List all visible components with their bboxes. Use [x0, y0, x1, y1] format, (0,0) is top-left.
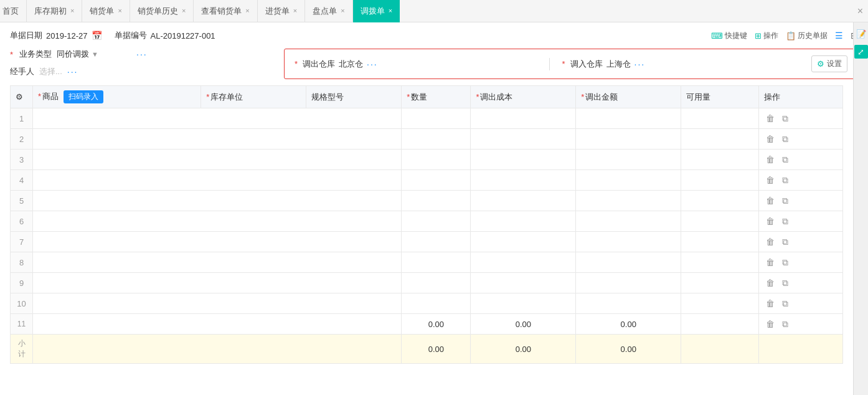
row-quantity[interactable] [402, 252, 471, 273]
handler-select[interactable]: 选择... [39, 66, 62, 77]
row-quantity[interactable] [402, 273, 471, 293]
history-button[interactable]: 📋 历史单据 [786, 31, 828, 41]
row-product[interactable] [33, 252, 402, 273]
row-available[interactable] [681, 108, 758, 129]
transfer-in-value[interactable]: 上海仓 [606, 59, 631, 70]
copy-icon[interactable]: ⧉ [779, 112, 791, 125]
calendar-icon[interactable]: 📅 [92, 31, 102, 40]
transfer-out-value[interactable]: 北京仓 [339, 59, 363, 70]
tab-purchase-order[interactable]: 进货单 × [258, 0, 305, 22]
row-available[interactable] [681, 150, 758, 170]
row-transfer-cost[interactable] [471, 293, 576, 314]
row-product[interactable] [33, 293, 402, 314]
transfer-out-more-button[interactable]: ··· [367, 59, 378, 69]
shortcut-key-button[interactable]: ⌨ 快捷键 [711, 31, 747, 41]
tab-sales-history[interactable]: 销货单历史 × [130, 0, 194, 22]
delete-icon[interactable]: 🗑 [764, 174, 776, 186]
row-transfer-amount[interactable] [576, 293, 681, 314]
row-product[interactable] [33, 150, 402, 170]
row-available[interactable] [681, 293, 758, 314]
window-close-button[interactable]: × [857, 6, 863, 17]
row-transfer-amount[interactable] [576, 191, 681, 211]
row-available[interactable] [681, 211, 758, 232]
business-type-more-button[interactable]: ··· [136, 49, 148, 59]
delete-icon[interactable]: 🗑 [764, 215, 776, 227]
tab-close-purchase-order[interactable]: × [293, 7, 297, 14]
delete-icon[interactable]: 🗑 [764, 297, 776, 310]
tab-close-view-sales[interactable]: × [245, 7, 249, 14]
handler-more-button[interactable]: ··· [67, 67, 78, 77]
row-available[interactable] [681, 129, 758, 150]
business-type-select[interactable]: 同价调拨 ▼ [57, 49, 131, 60]
row-quantity[interactable] [402, 191, 471, 211]
row-product[interactable] [33, 108, 402, 129]
delete-icon[interactable]: 🗑 [764, 277, 776, 289]
copy-icon[interactable]: ⧉ [779, 194, 791, 207]
copy-icon[interactable]: ⧉ [779, 297, 791, 310]
tab-transfer-order[interactable]: 调拨单 × [353, 0, 400, 22]
row-available[interactable] [681, 273, 758, 293]
row-transfer-cost[interactable] [471, 150, 576, 170]
row-transfer-cost[interactable] [471, 129, 576, 150]
row-quantity[interactable] [402, 293, 471, 314]
tab-close-sales-order[interactable]: × [118, 7, 121, 14]
row-transfer-amount[interactable] [576, 129, 681, 150]
copy-icon[interactable]: ⧉ [779, 153, 791, 166]
row-product[interactable] [33, 232, 402, 252]
row-quantity[interactable] [402, 211, 471, 232]
delete-icon[interactable]: 🗑 [764, 236, 776, 248]
row-quantity[interactable] [402, 232, 471, 252]
row-transfer-amount[interactable] [576, 150, 681, 170]
tab-close-sales-history[interactable]: × [182, 7, 186, 14]
table-settings-header[interactable]: ⚙ [11, 86, 33, 108]
tab-view-sales[interactable]: 查看销货单 × [194, 0, 257, 22]
tab-close-inventory-init[interactable]: × [70, 7, 74, 14]
delete-icon[interactable]: 🗑 [764, 256, 776, 269]
subtotal-delete-icon[interactable]: 🗑 [764, 318, 776, 330]
row-transfer-cost[interactable] [471, 232, 576, 252]
row-quantity[interactable] [402, 170, 471, 191]
delete-icon[interactable]: 🗑 [764, 153, 776, 166]
sidebar-expand-icon[interactable]: ⤢ [854, 45, 868, 59]
row-quantity[interactable] [402, 108, 471, 129]
list-view-icon[interactable]: ☰ [835, 31, 843, 40]
row-transfer-amount[interactable] [576, 211, 681, 232]
row-available[interactable] [681, 191, 758, 211]
tab-close-inventory-check[interactable]: × [341, 7, 344, 14]
transfer-in-more-button[interactable]: ··· [634, 59, 646, 69]
row-transfer-amount[interactable] [576, 108, 681, 129]
row-transfer-amount[interactable] [576, 232, 681, 252]
operations-button[interactable]: ⊞ 操作 [755, 31, 778, 41]
row-product[interactable] [33, 273, 402, 293]
row-transfer-cost[interactable] [471, 252, 576, 273]
subtotal-copy-icon[interactable]: ⧉ [779, 318, 791, 330]
tab-close-transfer-order[interactable]: × [389, 7, 392, 14]
row-product[interactable] [33, 129, 402, 150]
delete-icon[interactable]: 🗑 [764, 112, 776, 125]
row-transfer-cost[interactable] [471, 191, 576, 211]
row-transfer-cost[interactable] [471, 170, 576, 191]
row-transfer-amount[interactable] [576, 273, 681, 293]
copy-icon[interactable]: ⧉ [779, 277, 791, 289]
row-transfer-cost[interactable] [471, 273, 576, 293]
delete-icon[interactable]: 🗑 [764, 133, 776, 145]
date-value[interactable]: 2019-12-27 [46, 31, 88, 40]
row-transfer-amount[interactable] [576, 170, 681, 191]
row-transfer-amount[interactable] [576, 252, 681, 273]
tab-inventory-init[interactable]: 库存期初 × [27, 0, 82, 22]
row-product[interactable] [33, 170, 402, 191]
copy-icon[interactable]: ⧉ [779, 256, 791, 269]
row-transfer-cost[interactable] [471, 211, 576, 232]
row-available[interactable] [681, 232, 758, 252]
row-product[interactable] [33, 211, 402, 232]
tab-sales-order[interactable]: 销货单 × [82, 0, 130, 22]
row-available[interactable] [681, 252, 758, 273]
copy-icon[interactable]: ⧉ [779, 174, 791, 186]
scan-button[interactable]: 扫码录入 [64, 90, 103, 103]
row-product[interactable] [33, 191, 402, 211]
copy-icon[interactable]: ⧉ [779, 133, 791, 145]
sidebar-notes-icon[interactable]: 📝 [855, 27, 867, 40]
tab-home[interactable]: 首页 [2, 0, 27, 22]
row-available[interactable] [681, 170, 758, 191]
tab-inventory-check[interactable]: 盘点单 × [305, 0, 352, 22]
